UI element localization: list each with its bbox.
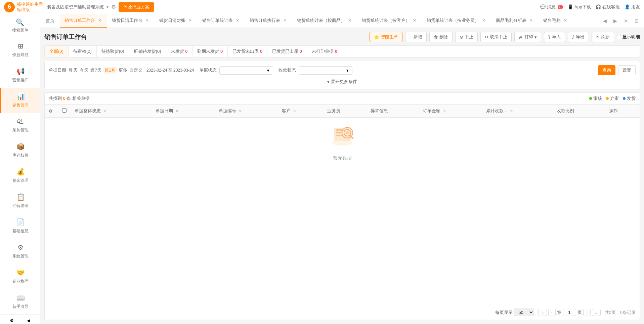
- sidebar-search[interactable]: 🔍 搜索菜单: [0, 14, 40, 37]
- tab-sales-agent-close[interactable]: ✕: [481, 18, 486, 23]
- filter-tab-overdue-unshipped[interactable]: 到期未发货 0: [192, 46, 228, 57]
- ship-label: 发货: [627, 95, 636, 102]
- tab-sales-workbench-close[interactable]: ✕: [97, 18, 102, 23]
- refresh-button[interactable]: ↻ 刷新: [592, 32, 614, 42]
- tab-sales-customer-close[interactable]: ✕: [412, 18, 417, 23]
- sidebar-item-inventory[interactable]: 📦 库存核算: [0, 138, 40, 163]
- delete-button[interactable]: 🗑 删除: [429, 32, 453, 42]
- received-sort-icon[interactable]: ⇅: [510, 109, 513, 113]
- tab-sales-product[interactable]: 销货单统计表（按商品） ✕: [292, 14, 357, 28]
- status-sort-icon[interactable]: ⇅: [103, 109, 106, 113]
- tab-sales-agent[interactable]: 销货单统计表（按业务员） ✕: [422, 14, 491, 28]
- empty-state: 暂无数据: [45, 118, 640, 161]
- filter-tab-shipped-not-out[interactable]: 已发货未出库 0: [228, 46, 267, 57]
- tab-expand-btn[interactable]: ⊡: [632, 17, 641, 25]
- message-item[interactable]: 💬 消息 6: [540, 4, 563, 10]
- page-size-dropdown[interactable]: 50 100 200: [514, 309, 534, 316]
- app-download-item[interactable]: 📱 App下载: [568, 4, 591, 10]
- tab-sales-workbench[interactable]: 销售订单工作台 ✕: [60, 14, 107, 28]
- tab-cashflow[interactable]: 钱货日清工作台 ✕: [107, 14, 155, 28]
- filter-tab-all[interactable]: 全部(0): [45, 46, 69, 57]
- page-header-actions: ⭐ 智能生单 + 新增 🗑 删除 ⊘ 中止: [370, 32, 640, 42]
- tab-next-btn[interactable]: ▶: [611, 17, 620, 25]
- filter-tab-unprinted[interactable]: 未打印单据 0: [307, 46, 342, 57]
- date-btn-7days[interactable]: 近7天: [90, 67, 101, 74]
- number-sort-icon[interactable]: ⇅: [239, 109, 242, 113]
- cancel-action-btn[interactable]: 弃审: [606, 95, 619, 102]
- print-button[interactable]: 🖨 打印 ▾: [514, 32, 541, 42]
- payment-select[interactable]: ▾: [299, 66, 352, 75]
- sidebar-item-guide[interactable]: 📖 新手引导: [0, 289, 40, 314]
- tab-sales-margin[interactable]: 销售毛利 ✕: [539, 14, 573, 28]
- sidebar-item-collab[interactable]: 🤝 企业协同: [0, 264, 40, 289]
- prev-page-btn[interactable]: ‹: [548, 309, 556, 316]
- tab-margin[interactable]: 商品毛利分析表 ✕: [491, 14, 539, 28]
- filter-tab-pending-check[interactable]: 待拣验货(0): [97, 46, 129, 57]
- export-button[interactable]: ⤴ 导出: [568, 32, 589, 42]
- tab-sales-margin-close[interactable]: ✕: [563, 18, 568, 23]
- tab-sales-product-close[interactable]: ✕: [347, 18, 352, 23]
- tab-reconcile[interactable]: 钱货日清对账 ✕: [155, 14, 198, 28]
- date-btn-more[interactable]: 更多: [119, 67, 127, 74]
- show-detail-checkbox[interactable]: 显示明细: [617, 34, 640, 40]
- sidebar-item-operations[interactable]: 📋 经营管理: [0, 188, 40, 213]
- date-btn-custom[interactable]: 自定义: [129, 67, 142, 74]
- filter-tab-unshipped[interactable]: 未发货 0: [166, 46, 193, 57]
- date-btn-yesterday[interactable]: 昨天: [69, 67, 78, 74]
- industry-button[interactable]: 体验行业方案: [119, 2, 154, 12]
- sidebar-settings-icon[interactable]: ⚙: [10, 318, 14, 323]
- last-page-btn[interactable]: »: [592, 309, 600, 316]
- tab-cashflow-close[interactable]: ✕: [144, 18, 150, 23]
- query-button[interactable]: 查询: [598, 65, 615, 75]
- sidebar-item-system[interactable]: ⚙ 系统管理: [0, 239, 40, 264]
- expand-btn[interactable]: ▾ 展开更多条件: [327, 79, 357, 85]
- sidebar-item-marketing[interactable]: 📢 营销推广: [0, 63, 40, 88]
- tab-sales-exec-close[interactable]: ✕: [282, 18, 288, 23]
- filter-tab-shipped-out[interactable]: 已发货已出库 0: [267, 46, 307, 57]
- sidebar-item-nav[interactable]: ⊞ 快捷导航: [0, 37, 40, 63]
- page-number-input[interactable]: [563, 309, 576, 316]
- status-select[interactable]: ▾: [219, 66, 273, 75]
- date-btn-month[interactable]: 近1月: [103, 67, 117, 74]
- online-service-item[interactable]: 🎧 在线客服: [596, 4, 620, 10]
- ship-action-btn[interactable]: 发货: [623, 95, 636, 102]
- sidebar-item-sales[interactable]: 📊 销售管理: [0, 88, 40, 113]
- tab-sales-exec[interactable]: 销售订单执行表 ✕: [245, 14, 292, 28]
- next-page-btn[interactable]: ›: [583, 309, 591, 316]
- page-suffix: 页: [577, 310, 582, 316]
- amount-sort-icon[interactable]: ⇅: [443, 109, 446, 113]
- tab-close-all-btn[interactable]: ✕: [621, 17, 631, 25]
- review-action-btn[interactable]: 审核: [589, 95, 602, 102]
- date-sort-icon[interactable]: ⇅: [176, 109, 178, 113]
- show-detail-input[interactable]: [617, 35, 621, 39]
- cancel-stop-button[interactable]: ↺ 取消中止: [480, 32, 512, 42]
- system-chevron-icon[interactable]: ▾: [106, 5, 109, 9]
- first-page-btn[interactable]: «: [538, 309, 547, 316]
- sidebar-item-finance[interactable]: 💰 资金管理: [0, 163, 40, 188]
- tab-sales-customer[interactable]: 销货单统计表（按客户） ✕: [357, 14, 422, 28]
- filter-tab-pending-review[interactable]: 待审核(0): [69, 46, 97, 57]
- add-button[interactable]: + 新增: [405, 32, 427, 42]
- tab-sales-stats-close[interactable]: ✕: [235, 18, 240, 23]
- tab-margin-close[interactable]: ✕: [528, 18, 534, 23]
- customer-sort-icon[interactable]: ⇅: [293, 109, 296, 113]
- column-settings-icon[interactable]: ⚙: [49, 109, 53, 114]
- tab-reconcile-close[interactable]: ✕: [187, 18, 193, 23]
- stop-button[interactable]: ⊘ 中止: [455, 32, 478, 42]
- import-button[interactable]: ⤵ 导入: [544, 32, 565, 42]
- filter-tab-wangpu[interactable]: 旺铺待发货(0): [129, 46, 166, 57]
- tab-home[interactable]: 首页: [40, 14, 60, 27]
- topbar-settings-icon[interactable]: ⚙: [111, 4, 116, 10]
- payment-select-chevron-icon: ▾: [346, 68, 349, 73]
- sidebar-item-basic[interactable]: 📄 基础信息: [0, 213, 40, 239]
- tab-prev-btn[interactable]: ◀: [600, 17, 609, 25]
- tab-sales-exec-label: 销售订单执行表: [250, 17, 280, 24]
- date-btn-today[interactable]: 今天: [80, 67, 88, 74]
- sidebar-collapse-icon[interactable]: ◀: [27, 318, 30, 323]
- user-item[interactable]: 👤 用友: [625, 4, 640, 10]
- tab-sales-stats[interactable]: 销售订单统计表 ✕: [198, 14, 245, 28]
- filter-settings-button[interactable]: 设置: [618, 65, 636, 75]
- smart-gen-button[interactable]: ⭐ 智能生单: [370, 32, 402, 42]
- sidebar-item-purchase[interactable]: 🛍 采购管理: [0, 113, 40, 138]
- select-all-checkbox[interactable]: [62, 108, 67, 113]
